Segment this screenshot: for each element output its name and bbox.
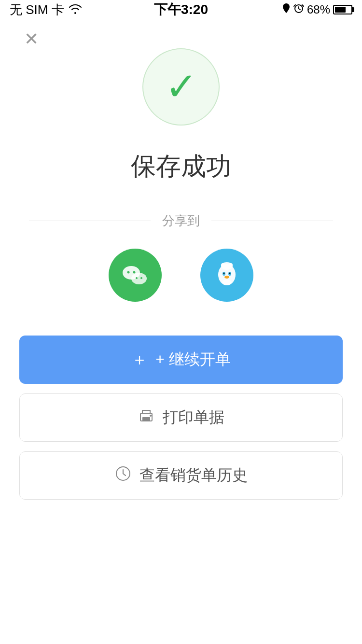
- no-sim-text: 无 SIM 卡: [10, 1, 64, 18]
- printer-icon: [138, 407, 155, 428]
- share-icons-row: [109, 249, 253, 302]
- checkmark-icon: ✓: [165, 68, 197, 106]
- main-content: ✓ 保存成功 分享到: [0, 19, 362, 500]
- svg-point-5: [136, 277, 138, 279]
- qq-icon: [214, 261, 239, 289]
- svg-point-15: [221, 263, 225, 267]
- alarm-icon: [293, 3, 304, 16]
- close-button[interactable]: ✕: [19, 27, 43, 51]
- status-right: 68%: [282, 3, 352, 16]
- qq-share-button[interactable]: [200, 249, 253, 302]
- share-label: 分享到: [151, 212, 211, 229]
- continue-label: + 继续开单: [155, 349, 231, 370]
- wifi-icon: [68, 2, 83, 17]
- status-bar: 无 SIM 卡 下午3:20 68%: [0, 0, 362, 19]
- svg-point-19: [150, 415, 152, 417]
- location-icon: [282, 3, 291, 16]
- wechat-share-button[interactable]: [109, 249, 162, 302]
- svg-point-13: [222, 280, 232, 285]
- battery-percent: 68%: [307, 3, 330, 16]
- svg-point-3: [127, 271, 130, 273]
- print-button[interactable]: 打印单据: [19, 393, 343, 442]
- clock-icon: [114, 465, 132, 486]
- divider-right: [211, 221, 333, 221]
- status-left: 无 SIM 卡: [10, 1, 83, 18]
- close-icon: ✕: [24, 30, 39, 48]
- svg-point-16: [229, 263, 233, 267]
- svg-point-12: [224, 276, 229, 279]
- svg-rect-18: [142, 417, 150, 421]
- battery-icon: [333, 5, 352, 14]
- divider-left: [29, 221, 151, 221]
- success-title: 保存成功: [131, 150, 231, 183]
- print-label: 打印单据: [163, 407, 224, 428]
- svg-point-4: [133, 271, 136, 273]
- svg-point-11: [229, 273, 231, 274]
- action-buttons: ＋ + 继续开单 打印单据 查看销货单历: [0, 336, 362, 500]
- status-time: 下午3:20: [154, 0, 208, 19]
- plus-icon: ＋: [131, 349, 148, 371]
- success-circle: ✓: [142, 48, 220, 126]
- history-button[interactable]: 查看销货单历史: [19, 451, 343, 500]
- svg-point-2: [131, 273, 147, 284]
- wechat-icon: [121, 262, 150, 289]
- history-label: 查看销货单历史: [139, 465, 248, 486]
- share-divider: 分享到: [0, 212, 362, 229]
- continue-button[interactable]: ＋ + 继续开单: [19, 336, 343, 384]
- svg-point-10: [223, 273, 225, 274]
- svg-point-6: [140, 277, 142, 279]
